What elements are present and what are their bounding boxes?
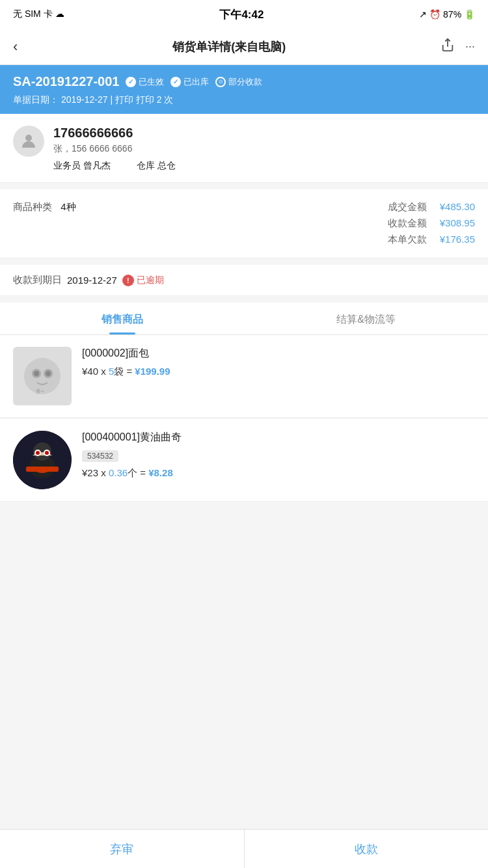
svg-point-1 — [25, 135, 32, 141]
customer-name: 17666666666 — [53, 126, 475, 141]
tab-settlement-label: 结算&物流等 — [336, 314, 396, 325]
product-thumb-bread: 兽+ — [13, 347, 72, 405]
customer-card: 17666666666 张，156 6666 6666 业务员 曾凡杰 仓库 总… — [0, 114, 488, 183]
print-label: | 打印 — [110, 94, 133, 105]
product-tag-cookie: 534532 — [82, 450, 118, 462]
due-date-value: 2019-12-27 — [67, 275, 117, 286]
svg-point-14 — [45, 451, 49, 455]
tab-sales-label: 销售商品 — [102, 314, 143, 325]
collected-row: 收款金额 ¥308.95 — [388, 217, 475, 230]
summary-row: 商品种类 4种 成交金额 ¥485.30 收款金额 ¥308.95 本单欠款 ¥… — [13, 201, 475, 246]
collected-label: 收款金额 — [388, 217, 427, 230]
battery-icon: ↗ ⏰ 87% 🔋 — [419, 9, 475, 20]
header-banner: SA-20191227-001 ✓ 已生效 ✓ 已出库 ⊙ 部分收款 单据日期：… — [0, 65, 488, 114]
customer-phone: 张，156 6666 6666 — [53, 143, 475, 155]
collected-value: ¥308.95 — [440, 217, 475, 230]
print-suffix: 打印 2 次 — [136, 94, 174, 105]
clock-icon: ⊙ — [215, 77, 226, 87]
product-name-cookie: [000400001]黄油曲奇 — [82, 431, 475, 444]
tabs-container: 销售商品 结算&物流等 — [0, 303, 488, 335]
badge-shipped: ✓ 已出库 — [170, 76, 209, 88]
due-date-label: 收款到期日 — [13, 274, 62, 286]
cancel-audit-button[interactable]: 弃审 — [0, 830, 245, 868]
owed-label: 本单欠款 — [388, 234, 427, 246]
product-thumb-cookie — [13, 431, 72, 489]
status-right: ↗ ⏰ 87% 🔋 — [419, 9, 475, 20]
warehouse: 仓库 总仓 — [137, 160, 176, 172]
deal-amount-value: ¥485.30 — [440, 201, 475, 213]
svg-point-5 — [34, 371, 39, 376]
check-icon-1: ✓ — [126, 77, 136, 87]
product-info-cookie: [000400001]黄油曲奇 534532 ¥23 x 0.36个 = ¥8.… — [82, 431, 475, 480]
product-info-bread: [0000002]面包 ¥40 x 5袋 = ¥199.99 — [82, 347, 475, 378]
nav-bar: ‹ 销货单详情(来自电脑) ··· — [0, 29, 488, 65]
owed-row: 本单欠款 ¥176.35 — [388, 234, 475, 246]
svg-point-6 — [46, 371, 51, 376]
product-price-bread: ¥40 x 5袋 = ¥199.99 — [82, 366, 475, 378]
banner-row1: SA-20191227-001 ✓ 已生效 ✓ 已出库 ⊙ 部分收款 — [13, 74, 475, 89]
product-item-bread: 兽+ [0000002]面包 ¥40 x 5袋 = ¥199.99 — [0, 335, 488, 418]
customer-meta: 业务员 曾凡杰 仓库 总仓 — [53, 160, 475, 172]
tab-sales-products[interactable]: 销售商品 — [0, 303, 244, 334]
category-count: 4种 — [61, 201, 75, 212]
overdue-icon: ! — [122, 275, 134, 286]
badge-effective: ✓ 已生效 — [126, 76, 164, 88]
nav-actions: ··· — [441, 38, 475, 55]
status-time: 下午4:42 — [219, 7, 264, 22]
product-name-bread: [0000002]面包 — [82, 347, 475, 360]
order-id: SA-20191227-001 — [13, 74, 119, 89]
overdue-label: 已逾期 — [137, 275, 164, 286]
summary-card: 商品种类 4种 成交金额 ¥485.30 收款金额 ¥308.95 本单欠款 ¥… — [0, 189, 488, 258]
category-section: 商品种类 4种 — [13, 201, 76, 213]
back-button[interactable]: ‹ — [13, 38, 18, 55]
overdue-badge: ! 已逾期 — [122, 275, 164, 286]
tab-settlement[interactable]: 结算&物流等 — [244, 303, 488, 334]
product-price-cookie: ¥23 x 0.36个 = ¥8.28 — [82, 467, 475, 480]
product-list: 兽+ [0000002]面包 ¥40 x 5袋 = ¥199.99 — [0, 335, 488, 502]
deal-amount-row: 成交金额 ¥485.30 — [388, 201, 475, 213]
collect-button[interactable]: 收款 — [245, 830, 489, 868]
banner-date-row: 单据日期： 2019-12-27 | 打印 打印 2 次 — [13, 94, 475, 106]
more-icon[interactable]: ··· — [465, 40, 475, 53]
bottom-bar: 弃审 收款 — [0, 829, 488, 868]
owed-value: ¥176.35 — [440, 234, 475, 246]
order-date: 2019-12-27 — [61, 94, 108, 105]
status-left: 无 SIM 卡 ☁ — [13, 8, 64, 20]
status-bar: 无 SIM 卡 ☁ 下午4:42 ↗ ⏰ 87% 🔋 — [0, 0, 488, 29]
svg-rect-15 — [26, 467, 59, 472]
sales-person: 业务员 曾凡杰 — [53, 160, 111, 172]
product-item-cookie: [000400001]黄油曲奇 534532 ¥23 x 0.36个 = ¥8.… — [0, 419, 488, 502]
deal-amount-label: 成交金额 — [388, 201, 427, 213]
share-icon[interactable] — [441, 38, 455, 55]
customer-info: 17666666666 张，156 6666 6666 业务员 曾凡杰 仓库 总… — [53, 126, 475, 172]
amounts-section: 成交金额 ¥485.30 收款金额 ¥308.95 本单欠款 ¥176.35 — [388, 201, 475, 246]
category-label: 商品种类 — [13, 201, 52, 212]
avatar — [13, 126, 44, 157]
badge-partial: ⊙ 部分收款 — [215, 76, 262, 88]
svg-text:兽+: 兽+ — [36, 388, 44, 394]
due-date-card: 收款到期日 2019-12-27 ! 已逾期 — [0, 265, 488, 296]
page-title: 销货单详情(来自电脑) — [172, 39, 286, 55]
svg-point-13 — [36, 451, 40, 455]
check-icon-2: ✓ — [170, 77, 181, 87]
date-label: 单据日期： — [13, 94, 59, 105]
